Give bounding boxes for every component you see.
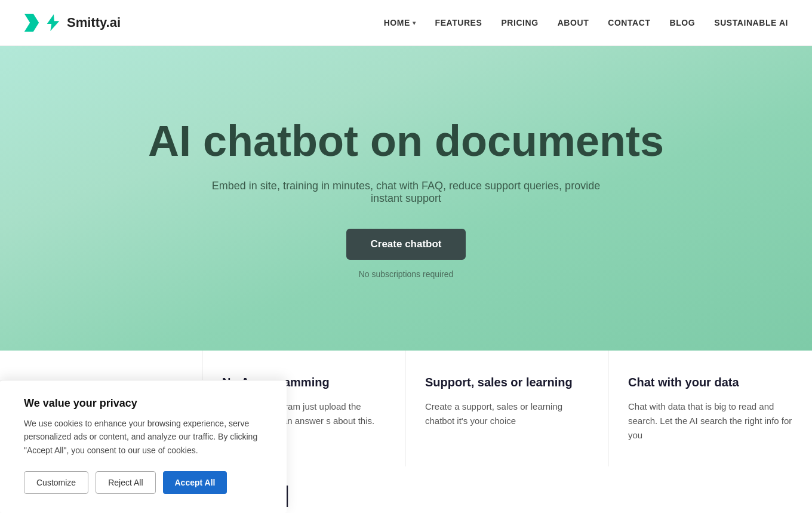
feature-card-chat-data: Chat with your data Chat with data that … (609, 351, 812, 466)
nav-link-features[interactable]: FEATURES (435, 18, 482, 27)
feedback-wrapper[interactable]: 💬 Feedback (763, 216, 812, 236)
nav-item-about[interactable]: ABOUT (558, 17, 589, 28)
nav-item-home[interactable]: HOME ▾ (384, 18, 416, 27)
navbar: Smitty.ai HOME ▾ FEATURES PRICING ABOUT … (0, 0, 812, 46)
logo-text: Smitty.ai (67, 15, 121, 30)
nav-item-contact[interactable]: CONTACT (608, 17, 650, 28)
nav-link-about[interactable]: ABOUT (558, 18, 589, 27)
cookie-banner: We value your privacy We use cookies to … (0, 380, 287, 513)
nav-link-sustainable-ai[interactable]: SUSTAINABLE AI (714, 18, 788, 27)
customize-button[interactable]: Customize (24, 471, 88, 494)
cookie-title: We value your privacy (24, 397, 263, 410)
nav-link-blog[interactable]: BLOG (670, 18, 696, 27)
feature-desc-chat-data: Chat with data that is big to read and s… (628, 400, 793, 443)
svg-marker-0 (24, 14, 39, 32)
nav-link-pricing[interactable]: PRICING (501, 18, 538, 27)
cookie-buttons: Customize Reject All Accept All (24, 471, 263, 494)
feature-desc-support-sales: Create a support, sales or learning chat… (425, 400, 589, 428)
chevron-down-icon: ▾ (413, 20, 416, 26)
nav-links: HOME ▾ FEATURES PRICING ABOUT CONTACT BL… (384, 17, 788, 28)
cookie-text: We use cookies to enhance your browsing … (24, 417, 263, 457)
hero-section: AI chatbot on documents Embed in site, t… (0, 46, 812, 351)
logo-lightning-icon (45, 14, 61, 32)
hero-subtitle: Embed in site, training in minutes, chat… (197, 180, 615, 205)
hero-title: AI chatbot on documents (148, 118, 664, 165)
create-chatbot-button[interactable]: Create chatbot (346, 229, 465, 260)
logo-area[interactable]: Smitty.ai (24, 14, 121, 32)
nav-link-home[interactable]: HOME ▾ (384, 18, 416, 27)
hero-note: No subscriptions required (359, 269, 454, 279)
reject-all-button[interactable]: Reject All (96, 471, 155, 494)
feature-card-support-sales: Support, sales or learning Create a supp… (406, 351, 609, 466)
feature-title-chat-data: Chat with your data (628, 374, 793, 390)
nav-item-pricing[interactable]: PRICING (501, 17, 538, 28)
nav-item-sustainable-ai[interactable]: SUSTAINABLE AI (714, 17, 788, 28)
logo-icon (24, 14, 39, 32)
nav-item-features[interactable]: FEATURES (435, 17, 482, 28)
accept-all-button[interactable]: Accept All (163, 471, 227, 494)
nav-item-blog[interactable]: BLOG (670, 17, 696, 28)
nav-link-contact[interactable]: CONTACT (608, 18, 650, 27)
feature-title-support-sales: Support, sales or learning (425, 374, 589, 390)
